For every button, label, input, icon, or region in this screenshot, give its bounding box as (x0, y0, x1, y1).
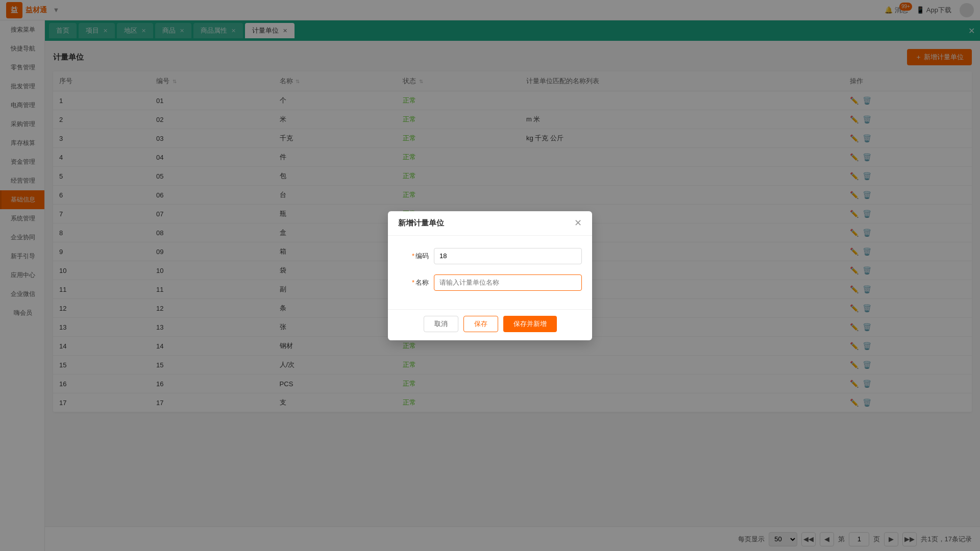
save-button[interactable]: 保存 (463, 316, 498, 332)
required-star-code: * (412, 252, 414, 260)
code-label: *编码 (398, 252, 429, 261)
modal-footer: 取消 保存 保存并新增 (388, 309, 592, 340)
modal-overlay: 新增计量单位 ✕ *编码 *名称 取消 保存 保存并新增 (0, 0, 980, 551)
name-input[interactable] (434, 274, 582, 291)
required-star-name: * (412, 279, 414, 286)
add-measure-modal: 新增计量单位 ✕ *编码 *名称 取消 保存 保存并新增 (388, 211, 592, 340)
modal-close-button[interactable]: ✕ (574, 218, 582, 228)
cancel-button[interactable]: 取消 (424, 316, 458, 332)
modal-header: 新增计量单位 ✕ (388, 211, 592, 236)
name-label: *名称 (398, 278, 429, 287)
save-and-new-button[interactable]: 保存并新增 (503, 316, 557, 332)
code-form-row: *编码 (398, 248, 582, 264)
name-form-row: *名称 (398, 274, 582, 291)
modal-title: 新增计量单位 (398, 218, 444, 228)
code-input[interactable] (434, 248, 582, 264)
modal-body: *编码 *名称 (388, 236, 592, 309)
